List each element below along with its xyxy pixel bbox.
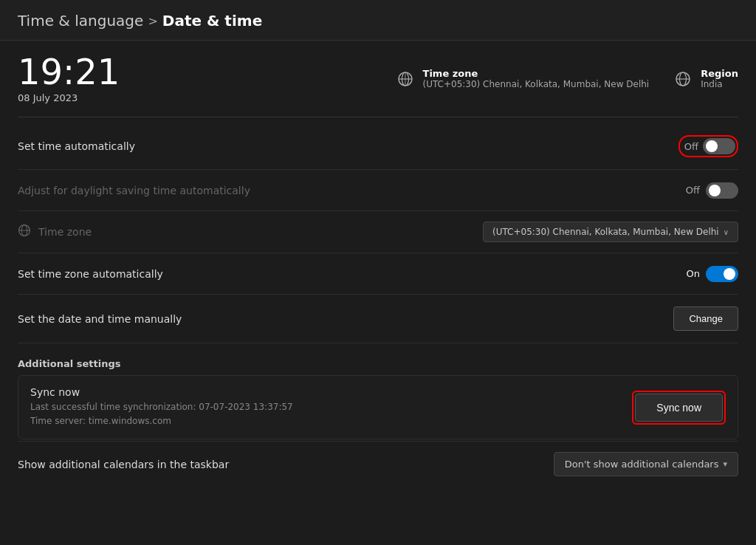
set-date-manually-row: Set the date and time manually Change (18, 295, 738, 343)
breadcrumb: Time & language > Date & time (18, 12, 738, 30)
daylight-saving-row: Adjust for daylight saving time automati… (18, 170, 738, 211)
timezone-dropdown-chevron: ∨ (724, 228, 729, 236)
sync-now-button[interactable]: Sync now (635, 394, 723, 422)
region-value: India (701, 79, 738, 89)
timezone-dropdown-value: (UTC+05:30) Chennai, Kolkata, Mumbai, Ne… (492, 227, 719, 237)
main-content: 19:21 08 July 2023 Time zone (UTC+05:30)… (0, 41, 756, 504)
time-display: 19:21 08 July 2023 (18, 54, 120, 103)
timezone-block: Time zone (UTC+05:30) Chennai, Kolkata, … (395, 68, 650, 89)
calendar-label: Show additional calendars in the taskbar (18, 459, 229, 470)
change-button[interactable]: Change (673, 306, 738, 331)
region-info: Region India (701, 68, 738, 89)
breadcrumb-current: Date & time (162, 12, 262, 30)
timezone-label: Time zone (423, 68, 650, 79)
calendar-dropdown[interactable]: Don't show additional calendars ▾ (554, 452, 738, 476)
region-block: Region India (673, 68, 738, 89)
region-icon (673, 69, 693, 89)
daylight-saving-toggle-group: Off (686, 182, 738, 199)
calendar-dropdown-chevron: ▾ (723, 459, 727, 469)
additional-settings-label: Additional settings (18, 358, 738, 369)
timezone-dropdown-row: Time zone (UTC+05:30) Chennai, Kolkata, … (18, 211, 738, 253)
set-time-auto-toggle-group[interactable]: Off (678, 135, 738, 157)
region-label: Region (701, 68, 738, 79)
sync-now-button-wrapper: Sync now (632, 391, 726, 425)
header: Time & language > Date & time (0, 0, 756, 41)
timezone-row-label: Time zone (38, 226, 92, 238)
calendar-dropdown-value: Don't show additional calendars (565, 459, 719, 470)
set-timezone-auto-toggle-group: On (687, 266, 738, 282)
set-timezone-auto-toggle-text: On (687, 268, 700, 279)
set-timezone-auto-toggle[interactable] (706, 266, 738, 282)
timezone-small-icon (18, 224, 31, 240)
time-region-bar: 19:21 08 July 2023 Time zone (UTC+05:30)… (18, 41, 738, 117)
set-time-auto-toggle-text: Off (684, 141, 698, 152)
calendar-row: Show additional calendars in the taskbar… (18, 441, 738, 487)
daylight-saving-label: Adjust for daylight saving time automati… (18, 185, 250, 196)
set-time-auto-toggle[interactable] (703, 138, 735, 154)
timezone-value: (UTC+05:30) Chennai, Kolkata, Mumbai, Ne… (423, 79, 650, 89)
daylight-saving-toggle[interactable] (706, 182, 738, 199)
sync-last: Last successful time synchronization: 07… (30, 400, 293, 414)
set-timezone-auto-row: Set time zone automatically On (18, 253, 738, 295)
sync-title: Sync now (30, 386, 293, 398)
settings-section: Set time automatically Off Adjust for da… (18, 123, 738, 343)
sync-info: Sync now Last successful time synchroniz… (30, 386, 293, 428)
timezone-dropdown[interactable]: (UTC+05:30) Chennai, Kolkata, Mumbai, Ne… (483, 222, 738, 242)
set-timezone-auto-label: Set time zone automatically (18, 268, 163, 280)
timezone-region: Time zone (UTC+05:30) Chennai, Kolkata, … (395, 68, 738, 89)
timezone-info: Time zone (UTC+05:30) Chennai, Kolkata, … (423, 68, 650, 89)
set-time-auto-row: Set time automatically Off (18, 123, 738, 170)
current-time: 19:21 (18, 54, 120, 89)
breadcrumb-separator: > (148, 14, 157, 28)
daylight-saving-toggle-text: Off (686, 185, 700, 196)
set-date-manually-label: Set the date and time manually (18, 313, 182, 325)
current-date: 08 July 2023 (18, 92, 120, 103)
timezone-label-group: Time zone (18, 224, 92, 240)
timezone-icon (395, 69, 416, 89)
sync-server: Time server: time.windows.com (30, 414, 293, 428)
sync-now-section: Sync now Last successful time synchroniz… (18, 375, 738, 439)
breadcrumb-parent[interactable]: Time & language (18, 12, 143, 30)
set-time-auto-label: Set time automatically (18, 140, 135, 152)
